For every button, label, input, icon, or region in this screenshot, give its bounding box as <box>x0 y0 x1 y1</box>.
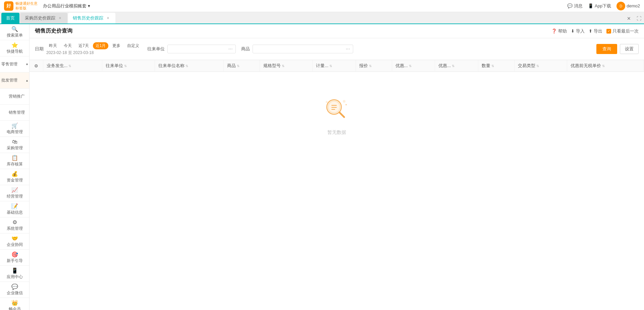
goods-filter-group: 商品 ··· <box>241 45 353 53</box>
sidebar-item-ecommerce[interactable]: 🛒 电商管理 <box>0 121 29 137</box>
date-chip-7days[interactable]: 近7天 <box>76 42 92 49</box>
retail-arrow-icon: ▾ <box>26 62 28 66</box>
sidebar-item-operations[interactable]: 📈 经营管理 <box>0 185 29 201</box>
filter-bar: 日期 昨天 今天 近7天 近1月 更多 自定义 2023-02-18 至 202… <box>30 38 644 60</box>
col-quoted-price[interactable]: 报价 ⇅ <box>356 60 392 72</box>
sort-icon-biz-date: ⇅ <box>68 64 71 68</box>
only-last-checkbox[interactable]: ✓ <box>606 29 611 34</box>
import-btn[interactable]: ⬇ 导入 <box>571 28 585 34</box>
goods-label: 商品 <box>241 46 250 52</box>
col-partner-name[interactable]: 往来单位名称 ⇅ <box>155 60 224 72</box>
wholesale-arrow-icon: ▴ <box>26 79 28 82</box>
date-chips-container: 昨天 今天 近7天 近1月 更多 自定义 2023-02-18 至 2023-0… <box>46 42 142 56</box>
logo-text: 畅捷通好生意 标签版 <box>15 1 38 10</box>
sidebar-item-finance[interactable]: 💰 资金管理 <box>0 169 29 185</box>
sidebar-item-wholesale[interactable]: 批发管理 ▴ <box>0 72 29 89</box>
date-chips: 昨天 今天 近7天 近1月 更多 自定义 <box>46 42 142 49</box>
chevron-down-icon: ▾ <box>88 3 90 8</box>
logo-icon: 好 <box>4 1 13 11</box>
col-discount2[interactable]: 优惠... ⇅ <box>435 60 478 72</box>
sidebar-item-enterprise[interactable]: 🤝 企业协同 <box>0 234 29 250</box>
export-btn[interactable]: ⬆ 导出 <box>589 28 602 34</box>
tab-home[interactable]: 首页 <box>1 13 19 23</box>
date-chip-today[interactable]: 今天 <box>61 42 74 49</box>
sidebar-item-retail[interactable]: 零售管理 ▾ <box>0 56 29 72</box>
col-goods[interactable]: 商品 ⇅ <box>224 60 260 72</box>
svg-point-7 <box>345 104 347 105</box>
expand-btn[interactable]: ⛶ <box>635 15 643 22</box>
app-download-action[interactable]: 📱 App下载 <box>588 3 611 9</box>
export-icon: ⬆ <box>589 29 592 34</box>
settings-button[interactable]: 设置 <box>620 44 639 54</box>
col-spec[interactable]: 规格型号 ⇅ <box>260 60 313 72</box>
sidebar-item-vip[interactable]: 👑 畅会员 <box>0 298 29 310</box>
goods-input[interactable] <box>256 47 344 52</box>
table-header-row: ⚙ 业务发生... ⇅ 往来单位 <box>30 60 644 72</box>
col-partner-code[interactable]: 往来单位 ⇅ <box>102 60 155 72</box>
partner-input[interactable] <box>170 47 227 52</box>
page-header-actions: ❓ 帮助 ⬇ 导入 ⬆ 导出 ✓ 只看最后一次 <box>551 28 639 38</box>
query-button[interactable]: 查询 <box>596 44 617 54</box>
top-header: 好 畅捷通好生意 标签版 办公用品行业模拟账套 ▾ 💬 消息 📱 App下载 D… <box>0 0 644 12</box>
col-pretax-price[interactable]: 优惠前无税单价 ⇅ <box>567 60 644 72</box>
sidebar-item-app-center[interactable]: 📱 应用中心 <box>0 266 29 282</box>
empty-text: 暂无数据 <box>327 130 346 136</box>
partner-input-dots[interactable]: ··· <box>228 46 232 52</box>
data-table: ⚙ 业务发生... ⇅ 往来单位 <box>30 60 644 72</box>
table-container: ⚙ 业务发生... ⇅ 往来单位 <box>30 60 644 310</box>
app-selector[interactable]: 办公用品行业模拟账套 ▾ <box>40 2 93 10</box>
sort-icon-goods: ⇅ <box>237 64 239 68</box>
date-chip-yesterday[interactable]: 昨天 <box>46 42 60 49</box>
col-discount1[interactable]: 优惠... ⇅ <box>392 60 435 72</box>
tab-purchase[interactable]: 采购历史价跟踪 × <box>20 13 67 23</box>
purchase-tab-close[interactable]: × <box>57 15 63 21</box>
partner-input-wrapper: ··· <box>167 45 235 53</box>
col-unit[interactable]: 计量... ⇅ <box>313 60 356 72</box>
star-icon: ⭐ <box>11 42 18 48</box>
purchase-icon: 🛍 <box>12 139 17 145</box>
sidebar-item-purchase[interactable]: 🛍 采购管理 <box>0 137 29 153</box>
sidebar-item-wechat[interactable]: 💬 企业微信 <box>0 282 29 298</box>
sidebar-item-system[interactable]: ⚙ 系统管理 <box>0 217 29 234</box>
sidebar-item-sales-mgmt[interactable]: 销售管理 <box>0 105 29 121</box>
sidebar-item-marketing[interactable]: 营销推广 <box>0 89 29 105</box>
help-btn[interactable]: ❓ 帮助 <box>551 28 567 34</box>
close-all-tabs-btn[interactable]: ✕ <box>625 15 633 22</box>
sort-icon-partner-code: ⇅ <box>124 64 127 68</box>
ecommerce-icon: 🛒 <box>11 122 18 129</box>
filter-bar-right: 查询 设置 <box>596 44 639 54</box>
sort-icon-pretax-price: ⇅ <box>602 64 605 68</box>
gear-icon[interactable]: ⚙ <box>34 63 38 68</box>
sidebar-item-basic-info[interactable]: 📝 基础信息 <box>0 201 29 217</box>
user-action[interactable]: D demo2 <box>616 2 640 10</box>
sales-tab-close[interactable]: × <box>105 15 111 21</box>
date-chip-1month[interactable]: 近1月 <box>93 42 109 49</box>
download-icon: 📱 <box>588 3 593 8</box>
vip-icon: 👑 <box>11 300 18 306</box>
basic-info-icon: 📝 <box>11 203 18 209</box>
message-icon: 💬 <box>567 3 573 8</box>
col-biz-date[interactable]: 业务发生... ⇅ <box>43 60 102 72</box>
col-qty[interactable]: 数量 ⇅ <box>478 60 514 72</box>
date-chip-more[interactable]: 更多 <box>110 42 123 49</box>
sort-icon-discount2: ⇅ <box>452 64 454 68</box>
main-layout: 🔍 搜索菜单 ⭐ 快捷导航 零售管理 ▾ 批发管理 ▴ 营销推广 销售管理 🛒 <box>0 24 644 310</box>
purchase-tab-label: 采购历史价跟踪 <box>25 15 55 21</box>
sidebar-item-guide[interactable]: 🎯 新手引导 <box>0 250 29 266</box>
home-tab-label: 首页 <box>6 15 15 21</box>
goods-input-dots[interactable]: ··· <box>345 46 350 52</box>
enterprise-icon: 🤝 <box>11 235 18 242</box>
tab-sales[interactable]: 销售历史价跟踪 × <box>68 13 115 23</box>
sidebar-item-quick-nav[interactable]: ⭐ 快捷导航 <box>0 40 29 56</box>
sidebar-item-search[interactable]: 🔍 搜索菜单 <box>0 24 29 40</box>
only-last-checkbox-label[interactable]: ✓ 只看最后一次 <box>606 28 639 34</box>
svg-point-6 <box>343 100 345 103</box>
sidebar: 🔍 搜索菜单 ⭐ 快捷导航 零售管理 ▾ 批发管理 ▴ 营销推广 销售管理 🛒 <box>0 24 30 310</box>
col-trade-type[interactable]: 交易类型 ⇅ <box>514 60 567 72</box>
date-chip-custom[interactable]: 自定义 <box>124 42 142 49</box>
sidebar-item-inventory[interactable]: 📋 库存核算 <box>0 153 29 169</box>
page-content: 销售历史价查询 ❓ 帮助 ⬇ 导入 ⬆ 导出 ✓ <box>30 24 644 310</box>
sort-icon-trade-type: ⇅ <box>536 64 539 68</box>
sort-icon-quoted-price: ⇅ <box>369 64 372 68</box>
message-action[interactable]: 💬 消息 <box>567 3 583 9</box>
